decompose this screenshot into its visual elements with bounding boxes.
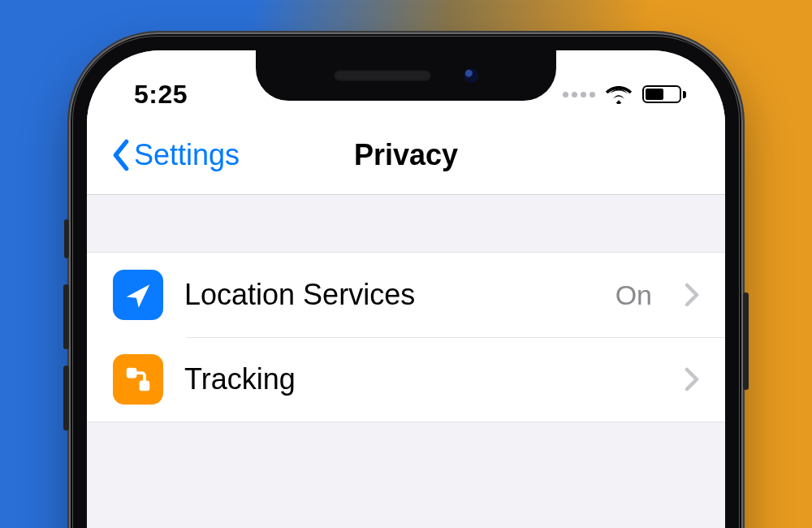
volume-up-button (63, 284, 69, 349)
settings-content: Location Services On Tracking (87, 195, 725, 528)
row-tracking[interactable]: Tracking (87, 337, 725, 422)
tracking-icon (113, 354, 163, 405)
back-label: Settings (134, 138, 240, 172)
status-time: 5:25 (134, 80, 188, 110)
row-label: Tracking (184, 362, 652, 396)
svg-rect-1 (140, 381, 150, 392)
mute-switch (64, 219, 69, 258)
volume-down-button (63, 366, 69, 431)
battery-icon (642, 85, 686, 103)
chevron-right-icon (685, 367, 699, 392)
settings-group: Location Services On Tracking (87, 252, 725, 422)
chevron-right-icon (685, 283, 699, 307)
screen: 5:25 Settings P (87, 50, 725, 528)
row-value: On (615, 279, 652, 311)
wifi-icon (605, 84, 633, 105)
power-button (743, 292, 749, 390)
nav-bar: Settings Privacy (87, 115, 725, 195)
status-right (563, 84, 686, 105)
row-location-services[interactable]: Location Services On (87, 253, 725, 337)
location-arrow-icon (113, 270, 163, 320)
phone-frame: 5:25 Settings P (69, 32, 743, 528)
back-button[interactable]: Settings (110, 138, 240, 172)
front-camera (464, 68, 478, 83)
notch (256, 50, 556, 101)
signal-dots-icon (563, 92, 595, 97)
row-label: Location Services (184, 278, 594, 312)
earpiece-speaker (334, 70, 431, 81)
chevron-left-icon (110, 139, 132, 171)
